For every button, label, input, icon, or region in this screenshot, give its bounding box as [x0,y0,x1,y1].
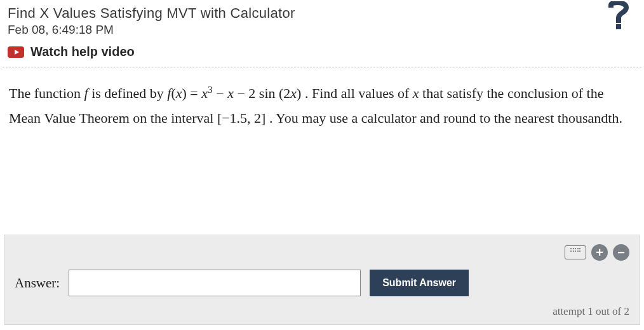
math-fx: f(x) = x3 − x − 2 sin (2x) [167,85,301,101]
svg-rect-0 [616,24,621,29]
keyboard-icon[interactable] [565,245,586,259]
attempt-counter: attempt 1 out of 2 [15,305,629,318]
answer-panel: + − Answer: Submit Answer attempt 1 out … [4,235,640,325]
text: . Find all values of [301,85,412,101]
play-icon [8,46,24,58]
text: The function [9,85,84,101]
watch-help-video[interactable]: Watch help video [0,39,644,67]
text: is defined by [88,85,168,101]
answer-label: Answer: [15,275,60,291]
math-interval: [−1.5, 2] [217,110,266,126]
timestamp: Feb 08, 6:49:18 PM [8,23,636,37]
text: . You may use a calculator and round to … [265,110,622,126]
submit-button[interactable]: Submit Answer [370,270,469,296]
add-field-button[interactable]: + [591,244,608,261]
math-x: x [413,85,419,101]
watch-help-label: Watch help video [30,45,135,59]
help-icon[interactable] [607,1,630,31]
answer-input[interactable] [69,270,361,296]
panel-tools: + − [15,244,629,261]
problem-text: The function f is defined by f(x) = x3 −… [0,67,644,137]
page-title: Find X Values Satisfying MVT with Calcul… [8,5,636,22]
remove-field-button[interactable]: − [613,244,629,261]
answer-row: Answer: Submit Answer [15,270,629,296]
header: Find X Values Satisfying MVT with Calcul… [0,0,644,39]
